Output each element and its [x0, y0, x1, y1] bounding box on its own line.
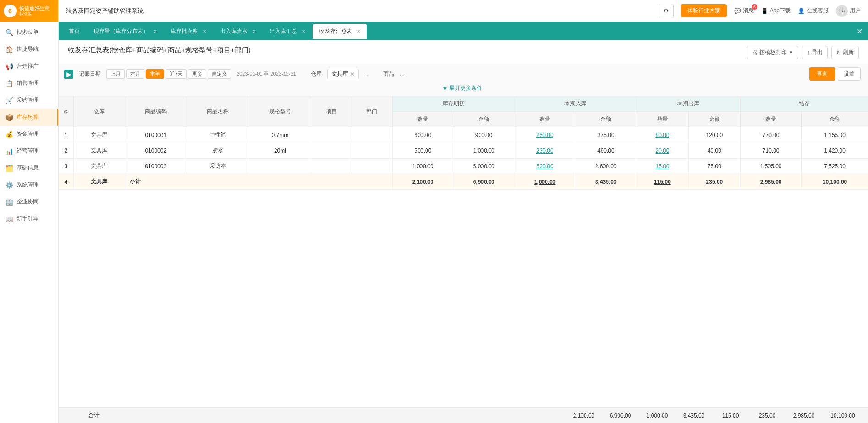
col-settings-header[interactable]: ⚙ [59, 96, 73, 127]
date-btn-prev-month[interactable]: 上月 [106, 69, 125, 79]
sidebar-item-marketing[interactable]: 📢 营销推广 [0, 58, 58, 75]
cell-out-qty[interactable]: 80.00 [636, 127, 688, 143]
col-goods-spec-header: 规格型号 [249, 96, 311, 127]
footer-open-qty: 2,100.00 [565, 412, 602, 419]
sidebar-item-inventory[interactable]: 📦 库存核算 [0, 109, 58, 126]
in-qty-link[interactable]: 230.00 [536, 148, 553, 154]
experience-btn[interactable]: 体验行业方案 [681, 4, 727, 17]
date-btn-custom[interactable]: 自定义 [208, 69, 231, 79]
date-btn-more[interactable]: 更多 [188, 69, 206, 79]
date-buttons: 上月 本月 本年 近7天 更多 自定义 [106, 69, 231, 79]
app-download-action[interactable]: 📱 App下载 [761, 7, 791, 15]
enterprise-icon: 🏢 [6, 198, 13, 206]
subtotal-open-amt: 6,900.00 [453, 174, 514, 190]
table-footer: 合计 2,100.00 6,900.00 1,000.00 3,435.00 1… [59, 407, 868, 423]
in-qty-link[interactable]: 250.00 [536, 132, 553, 138]
cell-in-qty[interactable]: 230.00 [514, 143, 575, 159]
tab-close-summary-in-out[interactable]: ✕ [302, 29, 305, 34]
user-action[interactable]: Ea 用户 [836, 5, 861, 17]
export-btn[interactable]: ↑ 导出 [802, 46, 828, 59]
tab-bar-close[interactable]: ✕ [855, 25, 864, 38]
col-in-qty: 数量 [514, 112, 575, 127]
footer-in-qty: 1,000.00 [639, 412, 675, 419]
cell-open-qty: 600.00 [393, 127, 453, 143]
query-btn[interactable]: 查询 [809, 67, 835, 81]
sidebar-item-basic[interactable]: 🗂️ 基础信息 [0, 159, 58, 176]
cell-dept [352, 143, 392, 159]
cell-in-qty[interactable]: 250.00 [514, 127, 575, 143]
cell-bal-qty: 770.00 [741, 127, 802, 143]
tab-home[interactable]: 首页 [62, 24, 86, 39]
cell-out-qty[interactable]: 15.00 [636, 159, 688, 174]
sidebar-header: 6 畅捷通好生意 标准版 [0, 0, 58, 22]
cell-goods-name: 胶水 [187, 143, 249, 159]
cell-in-amt: 460.00 [575, 143, 636, 159]
system-icon: ⚙️ [6, 181, 13, 189]
cell-goods-spec: 0.7mm [249, 127, 311, 143]
refresh-btn[interactable]: ↻ 刷新 [831, 46, 859, 59]
cell-no: 2 [59, 143, 73, 159]
cell-bal-qty: 1,505.00 [741, 159, 802, 174]
sidebar-item-operations[interactable]: 📊 经营管理 [0, 143, 58, 159]
warehouse-ellipsis[interactable]: ... [364, 71, 369, 77]
tab-close-flow[interactable]: ✕ [252, 29, 256, 34]
col-out-qty: 数量 [636, 112, 688, 127]
print-btn[interactable]: 🖨 按模板打印 ▼ [747, 46, 798, 59]
message-action[interactable]: 💬 消息 6 [734, 7, 754, 15]
cell-out-qty[interactable]: 20.00 [636, 143, 688, 159]
message-badge: 6 [752, 4, 757, 10]
marketing-icon: 📢 [6, 63, 13, 70]
sidebar-item-sales[interactable]: 📋 销售管理 [0, 75, 58, 92]
sidebar-item-purchase[interactable]: 🛒 采购管理 [0, 92, 58, 109]
out-qty-link[interactable]: 20.00 [656, 148, 669, 154]
subtotal-open-qty: 2,100.00 [393, 174, 453, 190]
tab-summary-in-out[interactable]: 出入库汇总 ✕ [263, 24, 312, 39]
inventory-icon: 📦 [6, 114, 13, 121]
filter-collapse-btn[interactable]: ▶ [64, 70, 73, 79]
in-qty-link[interactable]: 520.00 [536, 163, 553, 170]
filter-row-1: ▶ 记账日期 上月 本月 本年 近7天 更多 自定义 2023-01-01 至 … [64, 67, 861, 81]
export-icon: ↑ [807, 49, 810, 56]
operations-icon: 📊 [6, 148, 13, 155]
col-open-qty: 数量 [393, 112, 453, 127]
home-icon: 🏠 [6, 46, 13, 53]
sidebar-item-system[interactable]: ⚙️ 系统管理 [0, 176, 58, 193]
date-btn-this-month[interactable]: 本月 [126, 69, 144, 79]
sidebar-item-finance[interactable]: 💰 资金管理 [0, 126, 58, 143]
cell-in-qty[interactable]: 520.00 [514, 159, 575, 174]
page-title: 收发存汇总表(按仓库+商品编码+商品+规格型号+项目+部门) [68, 46, 251, 55]
sidebar-nav: 🔍 搜索菜单 🏠 快捷导航 📢 营销推广 📋 销售管理 🛒 采购管理 📦 库存核… [0, 22, 58, 423]
date-btn-7days[interactable]: 近7天 [166, 69, 187, 79]
guide-icon: 📖 [6, 215, 13, 223]
settings-filter-btn[interactable]: 设置 [838, 67, 861, 81]
warehouse-tag-close[interactable]: ✕ [350, 71, 354, 77]
out-qty-link[interactable]: 15.00 [656, 163, 669, 170]
tab-flow[interactable]: 出入库流水 ✕ [214, 24, 262, 39]
cell-open-amt: 900.00 [453, 127, 514, 143]
tab-batch[interactable]: 库存批次账 ✕ [164, 24, 213, 39]
col-bal-amt: 金额 [802, 112, 868, 127]
cell-open-amt: 5,000.00 [453, 159, 514, 174]
tab-close-summary-total[interactable]: ✕ [357, 29, 360, 34]
date-btn-this-year[interactable]: 本年 [146, 69, 164, 79]
online-service-action[interactable]: 👤 在线客服 [798, 7, 829, 15]
tab-summary-total[interactable]: 收发存汇总表 ✕ [313, 24, 367, 39]
col-group-opening: 库存期初 [393, 96, 514, 112]
tab-close-stock-dist[interactable]: ✕ [153, 29, 157, 34]
subtotal-warehouse: 文具库 [73, 174, 125, 190]
sidebar-item-enterprise[interactable]: 🏢 企业协同 [0, 193, 58, 210]
settings-dropdown[interactable]: ⚙ [659, 4, 674, 18]
expand-conditions-btn[interactable]: ▼ 展开更多条件 [442, 84, 483, 92]
footer-open-amt: 6,900.00 [602, 412, 639, 419]
tab-close-batch[interactable]: ✕ [203, 29, 206, 34]
sidebar-item-search[interactable]: 🔍 搜索菜单 [0, 24, 58, 41]
subtotal-out-amt: 235.00 [688, 174, 740, 190]
goods-ellipsis[interactable]: ... [400, 71, 404, 77]
tab-stock-dist[interactable]: 现存量（库存分布表） ✕ [87, 24, 163, 39]
sidebar-item-quick-nav[interactable]: 🏠 快捷导航 [0, 41, 58, 58]
refresh-icon: ↻ [836, 49, 841, 56]
cell-bal-amt: 1,155.00 [802, 127, 868, 143]
sidebar-item-guide[interactable]: 📖 新手引导 [0, 210, 58, 227]
print-icon: 🖨 [752, 49, 757, 56]
out-qty-link[interactable]: 80.00 [656, 132, 669, 138]
